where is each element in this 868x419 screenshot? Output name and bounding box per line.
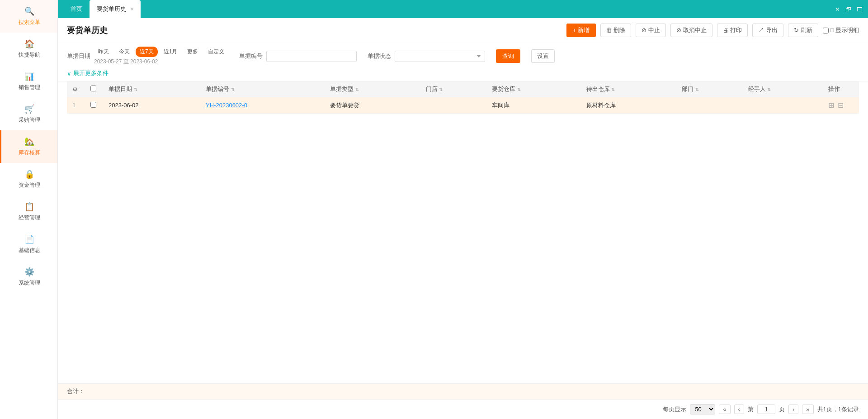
row-checkbox[interactable] (85, 97, 103, 114)
more-icon[interactable]: ⊟ (838, 101, 844, 110)
col-header-doc_type[interactable]: 单据类型 ⇅ (325, 81, 420, 97)
tab-home[interactable]: 首页 (63, 0, 90, 18)
sort-icon-doc_type: ⇅ (355, 87, 359, 92)
query-button[interactable]: 查询 (496, 49, 520, 63)
sidebar-label-inventory: 库存核算 (19, 149, 40, 157)
page-title: 要货单历史 (67, 25, 566, 36)
status-filter-group: 单据状态 (368, 51, 485, 62)
table-header-row: ⚙单据日期 ⇅单据编号 ⇅单据类型 ⇅门店 ⇅要货仓库 ⇅待出仓库 ⇅部门 ⇅经… (67, 81, 859, 97)
maximize-window-icon[interactable]: 🗖 (857, 6, 863, 13)
summary-label: 合计： (67, 387, 85, 395)
col-header-doc_no[interactable]: 单据编号 ⇅ (200, 81, 325, 97)
show-detail-checkbox[interactable]: □ 显示明细 (823, 26, 859, 34)
sidebar-icon-operations: 📋 (24, 202, 34, 212)
page-area: 要货单历史 + 新增 🗑 删除 ⊘ 中止 ⊘ 取消中止 🖨 打印 ↗ 导出 ↻ … (58, 18, 868, 419)
sidebar-item-purchase[interactable]: 🛒采购管理 (0, 98, 57, 130)
next-page-button[interactable]: › (788, 405, 798, 414)
settings-col-icon[interactable]: ⚙ (72, 86, 78, 93)
tab-close-requisition-history[interactable]: × (131, 6, 133, 12)
sidebar-label-finance: 资金管理 (19, 181, 40, 189)
topbar: 首页要货单历史× ✕ 🗗 🗖 (58, 0, 868, 18)
show-detail-input[interactable] (823, 28, 829, 33)
sidebar-item-system[interactable]: ⚙️系统管理 (0, 261, 57, 293)
per-page-select[interactable]: 102050100 (690, 404, 715, 414)
expand-icon: ∨ (67, 70, 71, 77)
col-header-settings: ⚙ (67, 81, 85, 97)
col-header-handler[interactable]: 经手人 ⇅ (743, 81, 823, 97)
sidebar: 🔍搜索菜单🏠快捷导航📊销售管理🛒采购管理🏡库存核算🔒资金管理📋经营管理📄基础信息… (0, 0, 58, 419)
sidebar-icon-inventory: 🏡 (24, 137, 34, 147)
row-doc-date: 2023-06-02 (103, 97, 200, 114)
table-head: ⚙单据日期 ⇅单据编号 ⇅单据类型 ⇅门店 ⇅要货仓库 ⇅待出仓库 ⇅部门 ⇅经… (67, 81, 859, 97)
refresh-button[interactable]: ↻ 刷新 (788, 24, 818, 37)
row-doc-no[interactable]: YH-20230602-0 (200, 97, 325, 114)
row-select[interactable] (90, 102, 96, 108)
sort-icon-doc_date: ⇅ (134, 87, 137, 92)
new-button[interactable]: + 新增 (566, 24, 596, 37)
doc-no-input[interactable] (266, 51, 357, 62)
col-header-action: 操作 (823, 81, 859, 97)
col-header-store[interactable]: 门店 ⇅ (420, 81, 486, 97)
first-page-button[interactable]: « (719, 405, 730, 414)
print-button[interactable]: 🖨 打印 (717, 24, 748, 37)
delete-button[interactable]: 🗑 删除 (600, 24, 632, 37)
status-select[interactable] (395, 51, 485, 62)
row-req-warehouse: 车间库 (486, 97, 580, 114)
select-all-checkbox[interactable] (90, 86, 96, 91)
row-num: 1 (67, 97, 85, 114)
sidebar-item-operations[interactable]: 📋经营管理 (0, 195, 57, 228)
sidebar-item-inventory[interactable]: 🏡库存核算 (0, 130, 57, 163)
date-btn-近1月[interactable]: 近1月 (160, 47, 182, 57)
sidebar-label-basic-info: 基础信息 (19, 247, 40, 254)
stop-button[interactable]: ⊘ 中止 (636, 24, 666, 37)
sort-icon-req_warehouse: ⇅ (517, 87, 521, 92)
col-header-req_warehouse[interactable]: 要货仓库 ⇅ (486, 81, 580, 97)
sidebar-item-quick-nav[interactable]: 🏠快捷导航 (0, 33, 57, 65)
date-btn-今天[interactable]: 今天 (115, 47, 134, 57)
restore-window-icon[interactable]: 🗗 (845, 6, 851, 13)
cancel-stop-button[interactable]: ⊘ 取消中止 (670, 24, 712, 37)
sidebar-label-system: 系统管理 (19, 279, 40, 287)
sidebar-icon-purchase: 🛒 (24, 104, 34, 114)
sidebar-item-basic-info[interactable]: 📄基础信息 (0, 228, 57, 261)
last-page-button[interactable]: » (802, 405, 813, 414)
date-btn-近7天[interactable]: 近7天 (136, 47, 158, 57)
sort-icon-department: ⇅ (695, 87, 699, 92)
row-store (420, 97, 486, 114)
export-button[interactable]: ↗ 导出 (752, 24, 783, 37)
sidebar-item-search-menu[interactable]: 🔍搜索菜单 (0, 0, 57, 33)
edit-icon[interactable]: ⊞ (828, 101, 834, 110)
col-header-department[interactable]: 部门 ⇅ (676, 81, 742, 97)
sidebar-item-finance[interactable]: 🔒资金管理 (0, 163, 57, 195)
date-btn-更多[interactable]: 更多 (183, 47, 202, 57)
per-page-label: 每页显示 (663, 405, 686, 414)
date-range-text: 2023-05-27 至 2023-06-02 (94, 58, 228, 66)
sidebar-item-sales[interactable]: 📊销售管理 (0, 65, 57, 98)
sort-icon-store: ⇅ (439, 87, 443, 92)
expand-label: 展开更多条件 (73, 69, 108, 77)
doc-no-label: 单据编号 (239, 52, 263, 60)
date-btn-昨天[interactable]: 昨天 (94, 47, 113, 57)
row-pending-warehouse: 原材料仓库 (581, 97, 677, 114)
col-header-doc_date[interactable]: 单据日期 ⇅ (103, 81, 200, 97)
filter-area: 单据日期 昨天今天近7天近1月更多自定义 2023-05-27 至 2023-0… (58, 41, 868, 81)
table-row: 1 2023-06-02 YH-20230602-0 要货单要货 车间库 原材料… (67, 97, 859, 114)
settings-filter-button[interactable]: 设置 (531, 49, 555, 63)
page-header: 要货单历史 + 新增 🗑 删除 ⊘ 中止 ⊘ 取消中止 🖨 打印 ↗ 导出 ↻ … (58, 18, 868, 41)
date-btn-自定义[interactable]: 自定义 (204, 47, 228, 57)
show-detail-label: □ 显示明细 (830, 26, 859, 34)
date-filter-options: 昨天今天近7天近1月更多自定义 2023-05-27 至 2023-06-02 (94, 47, 228, 66)
close-window-icon[interactable]: ✕ (835, 6, 840, 13)
sort-icon-doc_no: ⇅ (231, 87, 235, 92)
sidebar-icon-search-menu: 🔍 (24, 6, 34, 16)
row-actions: ⊞ ⊟ (823, 97, 859, 114)
page-input[interactable] (757, 405, 775, 414)
tab-requisition-history[interactable]: 要货单历史× (90, 0, 141, 18)
row-department (676, 97, 742, 114)
prev-page-button[interactable]: ‹ (734, 405, 744, 414)
total-info: 共1页，1条记录 (817, 405, 859, 414)
sidebar-label-sales: 销售管理 (19, 84, 40, 91)
col-header-pending_warehouse[interactable]: 待出仓库 ⇅ (581, 81, 677, 97)
date-filter-label: 单据日期 (67, 52, 90, 60)
expand-filter-button[interactable]: ∨ 展开更多条件 (67, 69, 108, 77)
